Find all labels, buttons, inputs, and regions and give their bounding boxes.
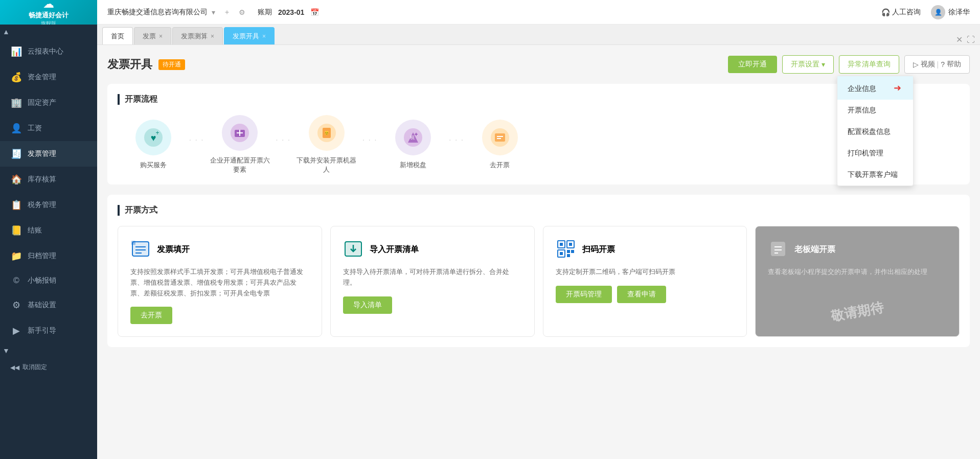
- company-dropdown-arrow[interactable]: ▾: [212, 8, 215, 16]
- sidebar-item-salary[interactable]: 👤 工资: [0, 116, 97, 141]
- anomaly-button[interactable]: 异常清单查询: [839, 55, 899, 74]
- coming-soon-overlay: 敬请期待: [756, 286, 959, 337]
- method-icon-2: [343, 239, 363, 261]
- question-icon: ?: [941, 60, 945, 68]
- unpin-button[interactable]: ◀◀ 取消固定: [0, 358, 97, 377]
- tax-icon: 📋: [10, 199, 22, 211]
- sidebar-item-label: 结账: [28, 226, 42, 235]
- window-maximize-btn[interactable]: ⛶: [967, 35, 975, 44]
- divider: |: [937, 60, 939, 68]
- sidebar-item-funds[interactable]: 💰 资金管理: [0, 64, 97, 90]
- sidebar-item-label: 固定资产: [28, 98, 56, 107]
- main-layout: ▲ 📊 云报表中心 💰 资金管理 🏢 固定资产 👤 工资 🧾 发票管理 🏠 库存…: [0, 25, 980, 459]
- dropdown-item-download[interactable]: 下载开票客户端: [837, 164, 913, 186]
- fixed-assets-icon: 🏢: [10, 97, 22, 108]
- sidebar-scroll-up[interactable]: ▲: [0, 25, 12, 39]
- flow-steps: ♥ + 购买服务 · · ·: [118, 115, 960, 174]
- sidebar-item-inventory[interactable]: 🏠 库存核算: [0, 167, 97, 192]
- page-header: 发票开具 待开通 立即开通 开票设置 ▾ 异常清单查询 ▷ 视频 | ?: [107, 55, 970, 74]
- period-value: 2023-01: [278, 8, 304, 16]
- add-company-btn[interactable]: ＋: [223, 8, 231, 17]
- settings-dropdown-menu: 企业信息 ➜ 开票信息 配置税盘信息 打印机管理 下: [837, 76, 914, 186]
- salary-icon: 👤: [10, 123, 22, 134]
- flow-icon-5: [482, 120, 518, 155]
- svg-text:税: 税: [410, 135, 415, 140]
- sidebar-item-label: 税务管理: [28, 200, 56, 210]
- sidebar-item-expense[interactable]: © 小畅报销: [0, 269, 97, 292]
- view-apply-button[interactable]: 查看申请: [617, 286, 666, 303]
- dropdown-tax-disk-label: 配置税盘信息: [848, 127, 891, 135]
- logo-area: ☁ 畅捷通好会计 旗舰版: [0, 0, 97, 25]
- cloud-report-icon: 📊: [10, 46, 22, 57]
- tab-invoice-label: 发票: [143, 32, 156, 41]
- settings-sidebar-icon: ⚙: [10, 300, 22, 311]
- flow-connector-3: · · ·: [362, 135, 377, 154]
- sidebar-item-settlement[interactable]: 📒 结账: [0, 218, 97, 243]
- video-label: 视频: [921, 60, 935, 69]
- tab-invoice-issue-close[interactable]: ×: [262, 33, 266, 40]
- sidebar-item-label: 库存核算: [28, 175, 56, 184]
- import-list-button[interactable]: 导入清单: [343, 296, 392, 314]
- flow-label-4: 新增税盘: [400, 160, 426, 170]
- sidebar-item-guide[interactable]: ▶ 新手引导: [0, 318, 97, 343]
- settings-button[interactable]: 开票设置 ▾: [782, 55, 834, 74]
- page-title-area: 发票开具 待开通: [107, 57, 185, 72]
- sidebar-item-cloud-report[interactable]: 📊 云报表中心: [0, 39, 97, 64]
- settings-icon[interactable]: ⚙: [239, 8, 245, 16]
- activate-button[interactable]: 立即开通: [728, 56, 777, 73]
- calendar-icon[interactable]: 📅: [310, 8, 319, 16]
- dropdown-item-tax-disk[interactable]: 配置税盘信息: [837, 121, 913, 143]
- sidebar-item-settings[interactable]: ⚙ 基础设置: [0, 292, 97, 318]
- flow-connector-1: · · ·: [189, 135, 204, 154]
- tab-invoice-calc-close[interactable]: ×: [211, 33, 214, 40]
- tab-invoice[interactable]: 发票 ×: [134, 27, 171, 44]
- methods-section-title: 开票方式: [118, 205, 960, 216]
- flow-icon-3: 😊: [309, 115, 345, 151]
- svg-rect-35: [571, 250, 574, 253]
- tab-invoice-issue-label: 发票开具: [233, 32, 259, 41]
- method-title-3: 扫码开票: [582, 244, 615, 255]
- go-invoice-button[interactable]: 去开票: [130, 307, 172, 324]
- tab-home[interactable]: 首页: [102, 27, 133, 44]
- qr-manage-button[interactable]: 开票码管理: [556, 286, 612, 303]
- tab-home-label: 首页: [111, 32, 124, 41]
- flow-step-3: 😊 下载并安装开票机器人: [291, 115, 362, 174]
- svg-text:😊: 😊: [324, 130, 329, 135]
- tab-invoice-close[interactable]: ×: [159, 33, 163, 40]
- tab-bar: 首页 发票 × 发票测算 × 发票开具 × ✕ ⛶: [97, 25, 980, 45]
- tab-invoice-calc[interactable]: 发票测算 ×: [172, 27, 223, 44]
- dropdown-item-company[interactable]: 企业信息 ➜: [837, 76, 913, 100]
- user-area[interactable]: 👤 徐泽华: [931, 5, 970, 19]
- page-content: 发票开具 待开通 立即开通 开票设置 ▾ 异常清单查询 ▷ 视频 | ?: [97, 45, 980, 459]
- sidebar-item-archive[interactable]: 📁 归档管理: [0, 243, 97, 269]
- tab-invoice-issue[interactable]: 发票开具 ×: [224, 27, 275, 44]
- svg-rect-16: [495, 133, 505, 142]
- sidebar-item-tax[interactable]: 📋 税务管理: [0, 192, 97, 218]
- guide-icon: ▶: [10, 325, 22, 336]
- headset-icon: 🎧: [881, 8, 890, 16]
- window-close-btn[interactable]: ✕: [956, 35, 963, 44]
- flow-step-1: ♥ + 购买服务: [118, 120, 189, 170]
- service-button[interactable]: 🎧 人工咨询: [881, 8, 921, 17]
- unpin-label: 取消固定: [22, 363, 47, 372]
- dropdown-item-invoice-info[interactable]: 开票信息: [837, 100, 913, 121]
- method-btn-1: 去开票: [130, 307, 309, 324]
- sidebar-scroll-down[interactable]: ▼: [0, 343, 12, 358]
- sidebar-item-invoice[interactable]: 🧾 发票管理: [0, 141, 97, 167]
- method-title-1: 发票填开: [157, 244, 190, 255]
- method-desc-1: 支持按照发票样式手工填开发票；可开具增值税电子普通发票、增值税普通发票、增值税专…: [130, 267, 309, 299]
- sidebar-item-fixed-assets[interactable]: 🏢 固定资产: [0, 90, 97, 116]
- method-icon-1: [130, 239, 151, 261]
- dropdown-item-printer[interactable]: 打印机管理: [837, 143, 913, 164]
- method-header-3: 扫码开票: [556, 239, 735, 261]
- funds-icon: 💰: [10, 72, 22, 83]
- flow-step-2: 企业开通配置开票六要素: [204, 115, 276, 174]
- svg-text:+: +: [155, 129, 159, 136]
- flow-icon-2: [222, 115, 258, 151]
- sidebar: ▲ 📊 云报表中心 💰 资金管理 🏢 固定资产 👤 工资 🧾 发票管理 🏠 库存…: [0, 25, 97, 459]
- svg-rect-24: [131, 241, 135, 245]
- svg-text:+: +: [415, 131, 418, 138]
- sidebar-item-label: 云报表中心: [28, 47, 63, 56]
- period-label: 账期: [258, 8, 272, 17]
- video-button[interactable]: ▷ 视频 | ? 帮助: [904, 55, 970, 74]
